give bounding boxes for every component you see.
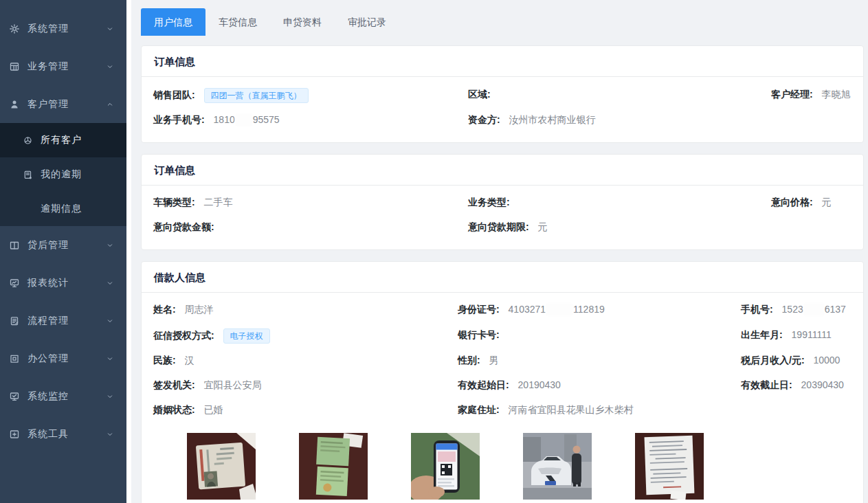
chevron-down-icon xyxy=(106,241,114,249)
sidebar-item-label: 逾期信息 xyxy=(41,203,82,215)
credit-auth-tag: 电子授权 xyxy=(223,328,270,344)
photo-handwritten-doc[interactable]: 其他材料 xyxy=(635,433,704,503)
tab-user-info[interactable]: 用户信息 xyxy=(141,8,205,36)
box-plus-icon xyxy=(9,429,20,440)
sidebar-item-label: 所有客户 xyxy=(41,134,82,146)
handwritten-doc-image xyxy=(635,433,704,500)
gear-icon xyxy=(9,23,20,34)
app-window: 系统管理 业务管理 客户管理 xyxy=(0,0,868,503)
sidebar-item-label: 客户管理 xyxy=(27,98,69,111)
sidebar-item-system-monitor[interactable]: 系统监控 xyxy=(0,377,126,415)
document-photos: 身份证 xyxy=(187,433,863,503)
sidebar-item-label: 办公管理 xyxy=(27,353,69,365)
chevron-down-icon xyxy=(106,25,114,33)
sidebar-item-label: 贷后管理 xyxy=(27,239,69,252)
field-funder: 资金方: 汝州市农村商业银行 xyxy=(468,114,771,128)
field-mobile: 手机号: 15236137 xyxy=(741,304,863,317)
borrower-info-card: 借款人信息 姓名: 周志洋 身份证号: 4103271112819 手机号: 1… xyxy=(141,261,864,503)
field-valid-from: 有效起始日: 20190430 xyxy=(458,379,741,393)
redaction-patch xyxy=(805,304,823,315)
sidebar-item-label: 流程管理 xyxy=(27,315,69,327)
sidebar-item-label: 系统监控 xyxy=(27,390,69,403)
field-business-phone: 业务手机号: 181095575 xyxy=(153,114,468,128)
sidebar-item-label: 我的逾期 xyxy=(41,168,82,181)
tab-loan-application-docs[interactable]: 申贷资料 xyxy=(270,8,335,36)
field-birth-date: 出生年月: 19911111 xyxy=(741,329,863,343)
sidebar: 系统管理 业务管理 客户管理 xyxy=(0,0,126,503)
redaction-patch xyxy=(236,115,252,125)
field-issuing-authority: 签发机关: 宜阳县公安局 xyxy=(153,379,458,393)
tab-approval-records[interactable]: 审批记录 xyxy=(335,8,399,36)
sidebar-item-label: 系统工具 xyxy=(27,428,69,440)
field-marital-status: 婚姻状态: 已婚 xyxy=(153,404,458,418)
chevron-up-icon xyxy=(106,100,114,109)
photo-id-card[interactable]: 身份证 xyxy=(187,433,256,503)
phone-screenshot-image xyxy=(411,433,480,500)
chevron-down-icon xyxy=(106,392,114,401)
field-intent-price: 意向价格: 元 xyxy=(771,197,863,210)
monitor-chart-icon xyxy=(9,278,20,289)
sidebar-item-overdue-info[interactable]: 逾期信息 xyxy=(0,192,126,226)
sidebar-item-label: 业务管理 xyxy=(27,60,69,73)
sidebar-item-office-management[interactable]: 办公管理 xyxy=(0,339,126,377)
photo-person-with-car[interactable]: 人车合影 xyxy=(523,433,592,503)
chevron-down-icon xyxy=(106,279,114,287)
field-account-manager: 客户经理: 李晓旭 xyxy=(771,89,863,102)
sales-team-tag[interactable]: 四团一营（直属王鹏飞） xyxy=(204,88,309,103)
square-in-square-icon xyxy=(9,353,20,364)
tab-car-loan-info[interactable]: 车贷信息 xyxy=(205,8,270,36)
photo-drivers-license[interactable]: 驾驶证副页 xyxy=(299,433,368,503)
card-title: 订单信息 xyxy=(142,155,863,186)
field-sales-team: 销售团队: 四团一营（直属王鹏飞） xyxy=(153,88,468,103)
user-icon xyxy=(9,99,20,110)
field-region: 区域: xyxy=(468,89,771,102)
customer-management-submenu: 所有客户 我的逾期 逾期信息 xyxy=(0,123,126,226)
sidebar-content-divider xyxy=(126,0,131,503)
field-loan-term: 意向贷款期限: 元 xyxy=(468,221,771,235)
grid-icon xyxy=(9,61,20,72)
sidebar-item-process-management[interactable]: 流程管理 xyxy=(0,302,126,339)
sidebar-item-business-management[interactable]: 业务管理 xyxy=(0,47,126,85)
field-bank-card: 银行卡号: xyxy=(458,329,741,343)
card-title: 借款人信息 xyxy=(142,262,863,293)
sidebar-item-label: 系统管理 xyxy=(27,23,69,35)
chevron-down-icon xyxy=(106,317,114,325)
sidebar-item-customer-management[interactable]: 客户管理 xyxy=(0,85,126,123)
main-content: 用户信息 车贷信息 申贷资料 审批记录 订单信息 销售团队: 四团一营（直属王鹏… xyxy=(131,0,868,503)
license-photo-image xyxy=(299,433,368,500)
wheel-icon xyxy=(23,135,33,146)
field-home-address: 家庭住址: 河南省宜阳县花果山乡木柴村 xyxy=(458,404,741,418)
clipboard-icon xyxy=(9,315,20,326)
loan-intent-card: 订单信息 车辆类型: 二手车 业务类型: 意向价格: 元 xyxy=(141,154,864,250)
order-info-card: 订单信息 销售团队: 四团一营（直属王鹏飞） 区域: 客户经理: 李晓旭 xyxy=(141,45,864,143)
field-credit-auth: 征信授权方式: 电子授权 xyxy=(153,328,458,344)
field-gender: 性别: 男 xyxy=(458,355,741,368)
field-id-number: 身份证号: 4103271112819 xyxy=(458,304,741,317)
photo-auth-screenshot[interactable]: 授权截图 xyxy=(411,433,480,503)
sidebar-item-report-statistics[interactable]: 报表统计 xyxy=(0,264,126,302)
field-ethnicity: 民族: 汉 xyxy=(153,355,458,368)
field-vehicle-type: 车辆类型: 二手车 xyxy=(153,197,468,210)
sidebar-item-my-overdue[interactable]: 我的逾期 xyxy=(0,157,126,192)
sidebar-item-system-management[interactable]: 系统管理 xyxy=(0,10,126,47)
car-photo-image xyxy=(523,433,592,500)
chevron-down-icon xyxy=(106,430,114,438)
notebook-icon xyxy=(23,170,33,180)
columns-icon xyxy=(9,240,20,251)
redaction-patch xyxy=(547,304,572,315)
field-name: 姓名: 周志洋 xyxy=(153,304,458,317)
chevron-down-icon xyxy=(106,63,114,71)
sidebar-item-system-tools[interactable]: 系统工具 xyxy=(0,415,126,453)
sidebar-item-all-customers[interactable]: 所有客户 xyxy=(0,123,126,157)
card-title: 订单信息 xyxy=(142,46,863,77)
sidebar-item-postloan-management[interactable]: 贷后管理 xyxy=(0,226,126,264)
field-monthly-income: 税后月收入/元: 10000 xyxy=(741,355,863,368)
sidebar-item-label: 报表统计 xyxy=(27,277,69,289)
id-card-photo-image xyxy=(187,433,256,500)
field-valid-to: 有效截止日: 20390430 xyxy=(741,379,863,393)
monitor-check-icon xyxy=(9,391,20,402)
field-business-type: 业务类型: xyxy=(468,197,771,210)
chevron-down-icon xyxy=(106,355,114,363)
field-loan-amount: 意向贷款金额: xyxy=(153,221,468,235)
detail-tabs: 用户信息 车贷信息 申贷资料 审批记录 xyxy=(141,8,868,36)
